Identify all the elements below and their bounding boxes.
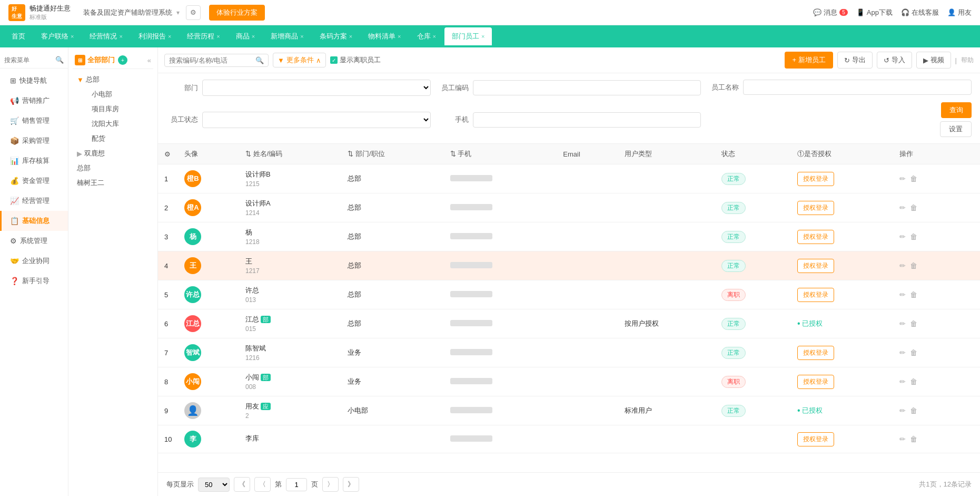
auth-login-button[interactable]: 授权登录 [797,432,834,446]
delete-button[interactable]: 🗑 [910,203,917,212]
tab-close-icon[interactable]: × [433,33,436,40]
export-button[interactable]: ↻ 导出 [837,52,873,69]
tab-close-icon[interactable]: × [349,33,352,40]
tab-close-icon[interactable]: × [168,33,171,40]
search-button[interactable]: 查询 [941,102,972,118]
auth-login-button[interactable]: 授权登录 [797,259,834,273]
tab-close-icon[interactable]: × [398,33,401,40]
collapse-sidebar-icon[interactable]: « [147,56,151,64]
set-button[interactable]: 设置 [940,121,972,137]
sidebar-item-system[interactable]: ⚙系统管理 [0,231,68,251]
dept-item-shenyangdaku[interactable]: 沈阳大库 [83,116,153,131]
tab-close-icon[interactable]: × [216,33,220,40]
edit-button[interactable]: ✏ [899,232,906,241]
dept-item-peihuo[interactable]: 配货 [83,131,153,146]
empcode-filter-input[interactable] [473,80,701,95]
delete-button[interactable]: 🗑 [910,319,917,328]
nav-tab-经营情况[interactable]: 经营情况× [82,27,130,45]
video-button[interactable]: ▶ 视频 [916,52,951,69]
auth-login-button[interactable]: 授权登录 [797,288,834,302]
nav-tab-物料清单[interactable]: 物料清单× [361,27,408,45]
dept-item-zongbu2[interactable]: 总部 [73,161,153,176]
help-text[interactable]: 帮助 [961,56,974,65]
sidebar-item-marketing[interactable]: 📢营销推广 [0,91,68,111]
prev-page-button[interactable]: 〈 [254,477,271,492]
sidebar-item-quick-nav[interactable]: ⊞快捷导航 [0,71,68,91]
edit-button[interactable]: ✏ [899,435,906,443]
tab-close-icon[interactable]: × [252,33,255,40]
online-service-button[interactable]: 🎧 在线客服 [901,8,939,17]
tab-close-icon[interactable]: × [71,33,74,40]
sidebar-item-purchase[interactable]: 📦采购管理 [0,131,68,151]
nav-tab-客户联络[interactable]: 客户联络× [34,27,81,45]
all-departments-button[interactable]: ⊞ 全部部门 [75,55,115,65]
empstatus-filter-select[interactable] [202,112,431,128]
sidebar-item-operation[interactable]: 📈经营管理 [0,191,68,211]
delete-button[interactable]: 🗑 [910,406,917,415]
dept-item-shuanglu[interactable]: ▶双鹿想 [73,146,153,161]
auth-login-button[interactable]: 授权登录 [797,346,834,360]
first-page-button[interactable]: 《 [234,477,250,492]
app-download-button[interactable]: 📱 App下载 [856,8,893,17]
nav-tab-新增商品[interactable]: 新增商品× [263,27,311,45]
last-page-button[interactable]: 》 [343,477,359,492]
auth-login-button[interactable]: 授权登录 [797,230,834,244]
gear-button[interactable]: ⚙ [186,5,201,20]
delete-button[interactable]: 🗑 [910,261,917,270]
delete-button[interactable]: 🗑 [910,435,917,443]
delete-button[interactable]: 🗑 [910,348,917,357]
edit-button[interactable]: ✏ [899,377,906,386]
more-filter-button[interactable]: ▼ 更多条件 ∧ [273,53,326,67]
show-resigned-toggle[interactable]: ✓ 显示离职员工 [330,55,381,65]
search-input[interactable] [169,56,253,64]
dept-item-xiangmukufang[interactable]: 项目库房 [83,102,153,116]
delete-button[interactable]: 🗑 [910,174,917,183]
sidebar-item-corp[interactable]: 🤝企业协同 [0,251,68,271]
delete-button[interactable]: 🗑 [910,232,917,241]
sidebar-item-finance[interactable]: 💰资金管理 [0,171,68,191]
sidebar-item-basic[interactable]: 📋基础信息 [0,211,68,231]
page-size-select[interactable]: 50 100 200 [198,478,230,492]
nav-tab-首页[interactable]: 首页 [4,27,33,45]
edit-button[interactable]: ✏ [899,406,906,415]
sidebar-item-inventory[interactable]: 📊库存核算 [0,151,68,171]
dept-item-xiaodianbu[interactable]: 小电部 [83,87,153,102]
help-button[interactable]: | [955,56,957,64]
nav-tab-利润报告[interactable]: 利润报告× [131,27,179,45]
col-name-code[interactable]: ⇅ 姓名/编码 [239,144,341,164]
nav-tab-商品[interactable]: 商品× [229,27,262,45]
edit-button[interactable]: ✏ [899,319,906,328]
nav-tab-仓库[interactable]: 仓库× [410,27,443,45]
sidebar-item-guide[interactable]: ❓新手引导 [0,271,68,291]
col-dept-position[interactable]: ⇅ 部门/职位 [341,144,443,164]
tab-close-icon[interactable]: × [119,33,122,40]
dept-filter-select[interactable] [202,80,431,96]
nav-tab-经营历程[interactable]: 经营历程× [180,27,227,45]
edit-button[interactable]: ✏ [899,290,906,299]
edit-button[interactable]: ✏ [899,174,906,183]
system-dropdown-arrow[interactable]: ▾ [176,9,180,16]
edit-button[interactable]: ✏ [899,261,906,270]
sidebar-search-input[interactable] [4,56,55,64]
dept-item-nanshuwangr[interactable]: 楠树王二 [73,176,153,190]
col-settings[interactable]: ⚙ [158,144,178,164]
next-page-button[interactable]: 〉 [322,477,339,492]
empname-filter-input[interactable] [743,80,972,95]
add-employee-button[interactable]: + 新增员工 [785,52,833,69]
tab-close-icon[interactable]: × [481,33,484,40]
edit-button[interactable]: ✏ [899,203,906,212]
user-area[interactable]: 👤 用友 [947,8,972,17]
tab-close-icon[interactable]: × [300,33,303,40]
page-number-input[interactable] [286,478,307,491]
add-dept-icon[interactable]: + [118,55,127,65]
auth-login-button[interactable]: 授权登录 [797,172,834,186]
nav-tab-条码方案[interactable]: 条码方案× [312,27,360,45]
edit-button[interactable]: ✏ [899,348,906,357]
nav-tab-部门员工[interactable]: 部门员工× [444,27,492,45]
auth-login-button[interactable]: 授权登录 [797,375,834,389]
import-button[interactable]: ↺ 导入 [877,52,912,69]
delete-button[interactable]: 🗑 [910,377,917,386]
sidebar-item-sales[interactable]: 🛒销售管理 [0,111,68,131]
message-button[interactable]: 💬 消息 5 [813,8,848,17]
trial-button[interactable]: 体验行业方案 [209,5,265,21]
